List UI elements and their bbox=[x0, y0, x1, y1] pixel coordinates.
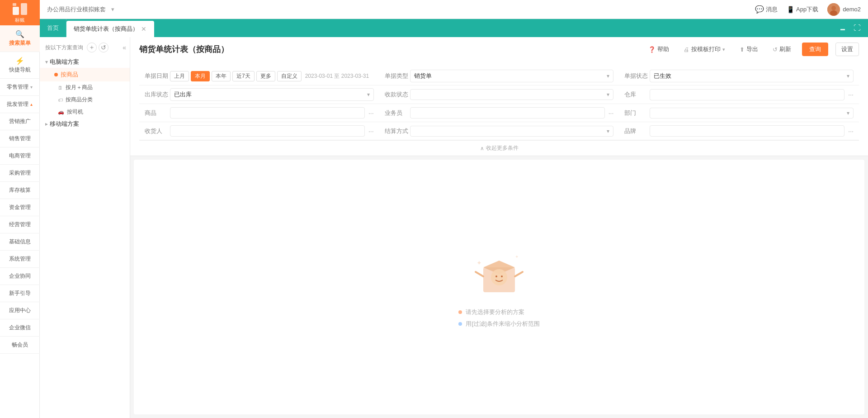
filter-dept-cell: 部门 bbox=[619, 104, 859, 122]
payment-status-select[interactable] bbox=[410, 89, 614, 100]
refresh-scheme-btn[interactable]: ↺ bbox=[99, 43, 108, 52]
sidebar-logo[interactable]: 标账 bbox=[0, 0, 40, 25]
doc-status-select[interactable]: 已生效 bbox=[650, 70, 854, 82]
sidebar: 标账 🔍 搜索菜单 ⚡ 快捷导航 零售管理 ▾ 批发管理 ▴ 营销推广 销售管理… bbox=[0, 0, 40, 418]
sidebar-item-finance[interactable]: 资金管理 bbox=[0, 199, 40, 216]
product-dots[interactable]: ··· bbox=[368, 109, 374, 117]
sidebar-item-member[interactable]: 畅会员 bbox=[0, 337, 40, 354]
sidebar-item-quick-nav[interactable]: ⚡ 快捷导航 bbox=[0, 52, 40, 79]
tab-home[interactable]: 首页 bbox=[40, 19, 66, 37]
more-date-btn[interactable]: 更多 bbox=[256, 71, 275, 81]
settlement-dropdown-icon bbox=[607, 128, 609, 134]
settlement-select[interactable] bbox=[410, 126, 614, 137]
brand-dots[interactable]: ··· bbox=[848, 128, 854, 135]
date-filter-value: 上月 本月 本年 近7天 更多 自定义 2023-03-01 至 2023-03… bbox=[170, 71, 374, 81]
sidebar-item-retail[interactable]: 零售管理 ▾ bbox=[0, 79, 40, 96]
brand-input[interactable] bbox=[650, 125, 844, 137]
add-scheme-btn[interactable]: ＋ bbox=[87, 43, 97, 52]
tab-minimize-btn[interactable]: 🗕 bbox=[837, 22, 848, 34]
tab-close-btn[interactable]: ✕ bbox=[141, 25, 146, 33]
this-year-btn[interactable]: 本年 bbox=[212, 71, 231, 81]
logo-icon bbox=[12, 2, 28, 16]
svg-point-5 bbox=[830, 10, 837, 16]
sidebar-item-operations[interactable]: 经营管理 bbox=[0, 216, 40, 233]
collapse-up-icon: ∧ bbox=[480, 145, 484, 152]
recipient-input[interactable] bbox=[170, 125, 365, 137]
sidebar-item-enterprise-coop[interactable]: 企业协同 bbox=[0, 268, 40, 285]
warehouse-input[interactable] bbox=[650, 89, 844, 100]
svg-line-13 bbox=[515, 272, 523, 276]
doc-type-select[interactable]: 销货单 bbox=[410, 70, 614, 82]
sidebar-item-purchase[interactable]: 采购管理 bbox=[0, 165, 40, 182]
recipient-dots[interactable]: ··· bbox=[368, 128, 374, 135]
filter-warehouse-cell: 仓库 ··· bbox=[619, 86, 859, 104]
svg-point-8 bbox=[495, 276, 497, 277]
sidebar-item-inventory[interactable]: 库存核算 bbox=[0, 182, 40, 199]
export-icon: ⬆ bbox=[740, 46, 745, 53]
print-btn[interactable]: 🖨 按模板打印 ▾ bbox=[680, 43, 729, 55]
sidebar-item-basics[interactable]: 基础信息 bbox=[0, 233, 40, 251]
product-label: 商品 bbox=[145, 109, 170, 117]
sub-item-icon-month: 🗓 bbox=[58, 85, 63, 90]
doc-status-value: 已生效 bbox=[654, 72, 671, 80]
sub-item-icon-cashier: 🚗 bbox=[58, 109, 64, 115]
help-btn[interactable]: ❓ 帮助 bbox=[645, 43, 673, 55]
doc-type-dropdown-icon bbox=[607, 73, 609, 79]
refresh-icon: ↺ bbox=[101, 44, 106, 51]
sidebar-item-newbie[interactable]: 新手引导 bbox=[0, 285, 40, 302]
product-value: ··· bbox=[170, 107, 374, 119]
dept-select[interactable] bbox=[650, 108, 854, 119]
sidebar-item-enterprise-wechat[interactable]: 企业微信 bbox=[0, 319, 40, 337]
user-menu[interactable]: demo2 bbox=[827, 3, 861, 16]
mobile-group-header[interactable]: ▸ 移动端方案 bbox=[40, 118, 130, 130]
sidebar-item-system[interactable]: 系统管理 bbox=[0, 251, 40, 268]
collapse-btn[interactable]: ∧ 收起更多条件 bbox=[475, 143, 524, 153]
avatar bbox=[827, 3, 840, 16]
sidebar-item-app-center[interactable]: 应用中心 bbox=[0, 302, 40, 319]
sidebar-item-search-menu[interactable]: 🔍 搜索菜单 bbox=[0, 25, 40, 52]
tab-maximize-btn[interactable]: ⛶ bbox=[852, 22, 863, 34]
salesperson-label: 业务员 bbox=[385, 109, 410, 117]
sidebar-item-ecommerce[interactable]: 电商管理 bbox=[0, 147, 40, 165]
warehouse-dots[interactable]: ··· bbox=[848, 91, 854, 98]
dept-dropdown-icon bbox=[847, 110, 849, 116]
doc-type-label: 单据类型 bbox=[385, 72, 410, 80]
doc-status-label: 单据状态 bbox=[624, 72, 650, 80]
recipient-value: ··· bbox=[170, 125, 374, 137]
desktop-group-header[interactable]: ▾ 电脑端方案 bbox=[40, 56, 130, 68]
scheme-sub-label-category: 按商品分类 bbox=[66, 96, 93, 104]
scheme-collapse-btn[interactable]: « bbox=[123, 44, 126, 51]
product-input[interactable] bbox=[170, 107, 365, 119]
empty-hint-2: 用[过滤]条件来缩小分析范围 bbox=[458, 318, 539, 330]
scheme-sub-item-month-product[interactable]: 🗓 按月＋商品 bbox=[40, 81, 130, 94]
home-tab-label: 首页 bbox=[47, 24, 59, 32]
refresh-page-icon: ↺ bbox=[773, 46, 778, 53]
settings-btn[interactable]: 设置 bbox=[835, 43, 859, 56]
warehouse-status-value: 已出库 bbox=[174, 90, 192, 99]
sidebar-item-sales[interactable]: 销售管理 bbox=[0, 130, 40, 147]
user-name: demo2 bbox=[843, 6, 861, 13]
messages-btn[interactable]: 💬 消息 bbox=[755, 5, 778, 14]
doc-type-value: 销货单 bbox=[414, 72, 432, 80]
app-download-btn[interactable]: 📱 App下载 bbox=[787, 5, 818, 14]
collapse-row: ∧ 收起更多条件 bbox=[139, 140, 859, 156]
warehouse-status-select[interactable]: 已出库 bbox=[170, 88, 374, 101]
this-month-btn[interactable]: 本月 bbox=[191, 71, 210, 81]
last7-btn[interactable]: 近7天 bbox=[232, 71, 255, 81]
sidebar-item-marketing[interactable]: 营销推广 bbox=[0, 113, 40, 130]
refresh-btn[interactable]: ↺ 刷新 bbox=[769, 43, 795, 55]
svg-text:✦: ✦ bbox=[515, 254, 519, 259]
salesperson-dots[interactable]: ··· bbox=[609, 109, 614, 117]
custom-date-btn[interactable]: 自定义 bbox=[277, 71, 302, 81]
warehouse-label: 仓库 bbox=[624, 90, 650, 99]
sidebar-item-wholesale[interactable]: 批发管理 ▴ bbox=[0, 96, 40, 113]
scheme-sub-item-product-category[interactable]: 🏷 按商品分类 bbox=[40, 94, 130, 106]
tab-active-sales[interactable]: 销货单统计表（按商品） ✕ bbox=[66, 21, 154, 37]
scheme-group-desktop: ▾ 电脑端方案 按商品 🗓 按月＋商品 🏷 按商品分类 bbox=[40, 56, 130, 118]
scheme-item-by-product[interactable]: 按商品 bbox=[40, 68, 130, 81]
export-btn[interactable]: ⬆ 导出 bbox=[736, 43, 762, 55]
scheme-sub-item-cashier[interactable]: 🚗 按司机 bbox=[40, 106, 130, 118]
last-month-btn[interactable]: 上月 bbox=[170, 71, 189, 81]
salesperson-input[interactable] bbox=[410, 107, 605, 119]
query-btn[interactable]: 查询 bbox=[802, 43, 828, 56]
